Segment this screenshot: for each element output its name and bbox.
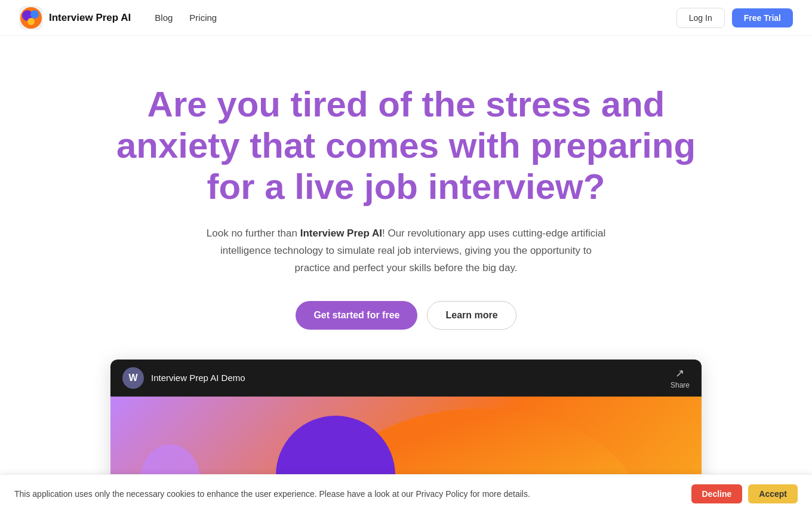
cookie-buttons: Decline Accept [691,484,798,503]
nav-logo[interactable]: Interview Prep AI [19,6,131,30]
cookie-banner: This application uses only the necessary… [0,474,812,513]
hero-subtitle: Look no further than Interview Prep AI! … [203,225,609,277]
nav-links: Blog Pricing [155,13,676,23]
nav-link-pricing[interactable]: Pricing [189,13,217,23]
hero-title: Are you tired of the stress and anxiety … [102,84,710,207]
svg-point-3 [30,10,39,19]
subtitle-brand: Interview Prep AI [300,228,382,239]
video-title-text: Interview Prep AI Demo [151,373,245,383]
share-icon: ↗ [675,367,684,380]
learn-more-button[interactable]: Learn more [427,301,516,330]
nav-link-blog[interactable]: Blog [155,13,173,23]
get-started-button[interactable]: Get started for free [296,301,417,330]
brand-name: Interview Prep AI [49,12,131,24]
video-title-row: W Interview Prep AI Demo [122,367,245,389]
subtitle-prefix: Look no further than [207,228,300,239]
free-trial-button[interactable]: Free Trial [732,8,793,27]
nav-actions: Log In Free Trial [676,8,793,28]
logo-icon [19,6,43,30]
video-share-button[interactable]: ↗ Share [670,367,690,389]
navbar: Interview Prep AI Blog Pricing Log In Fr… [0,0,812,36]
video-header: W Interview Prep AI Demo ↗ Share [110,360,702,397]
hero-buttons: Get started for free Learn more [102,301,710,330]
cookie-text: This application uses only the necessary… [14,489,679,499]
login-button[interactable]: Log In [676,8,725,28]
hero-section: Are you tired of the stress and anxiety … [78,36,734,513]
video-avatar: W [122,367,144,389]
share-label: Share [670,381,690,389]
accept-button[interactable]: Accept [748,484,798,503]
svg-point-4 [27,18,35,25]
decline-button[interactable]: Decline [691,484,743,503]
